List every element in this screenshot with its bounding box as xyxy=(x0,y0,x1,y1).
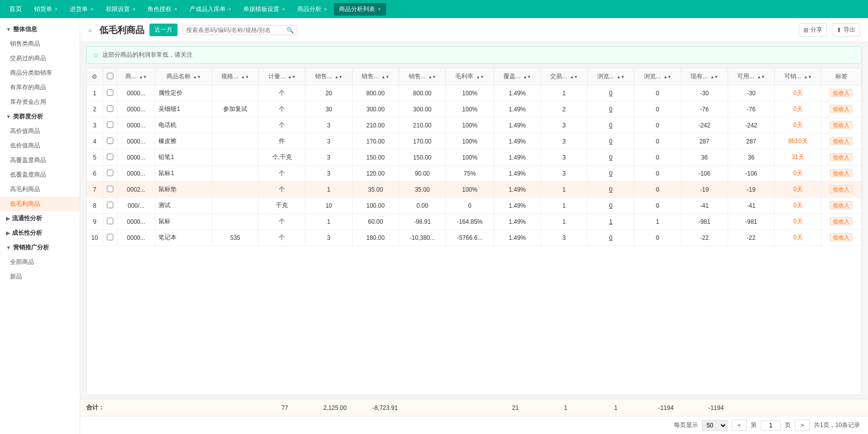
row-checkbox[interactable] xyxy=(107,234,113,240)
nav-product-analysis-list-close[interactable]: × xyxy=(378,6,381,12)
sidebar-collapse-btn[interactable]: « xyxy=(88,26,92,34)
cell-view1[interactable]: 0 xyxy=(587,85,634,101)
row-checkbox[interactable] xyxy=(107,170,113,176)
sort-sales-price[interactable]: ▲▼ xyxy=(382,75,390,79)
th-cover-rate[interactable]: 覆盖... ▲▼ xyxy=(494,68,541,85)
sidebar-item-all-products[interactable]: 全部商品 xyxy=(0,255,80,269)
th-gross-rate[interactable]: 毛利率 ▲▼ xyxy=(446,68,494,85)
export-button[interactable]: ⬆ 导出 xyxy=(832,23,860,37)
nav-home[interactable]: 首页 xyxy=(4,3,27,16)
sort-sales-qty[interactable]: ▲▼ xyxy=(334,75,342,79)
row-checkbox[interactable] xyxy=(107,89,113,96)
sort-trade-count[interactable]: ▲▼ xyxy=(570,75,578,79)
sort-available[interactable]: ▲▼ xyxy=(757,75,765,79)
sort-unit[interactable]: ▲▼ xyxy=(288,75,296,79)
sidebar-group-cluster[interactable]: ▼ 类群度分析 xyxy=(0,109,80,124)
select-all-checkbox[interactable] xyxy=(107,73,113,79)
sidebar-item-traded-products[interactable]: 交易过的商品 xyxy=(0,51,80,66)
th-sales-qty[interactable]: 销售... ▲▼ xyxy=(305,68,352,85)
th-sales-price[interactable]: 销售... ▲▼ xyxy=(352,68,399,85)
cell-view1[interactable]: 0 xyxy=(587,150,634,166)
nav-product-analysis-close[interactable]: × xyxy=(324,6,327,12)
row-checkbox[interactable] xyxy=(107,121,113,128)
nav-sales-order-close[interactable]: × xyxy=(55,6,58,12)
cell-view1[interactable]: 0 xyxy=(587,133,634,150)
sidebar-item-sales-products[interactable]: 销售类商品 xyxy=(0,37,80,51)
th-sales-profit[interactable]: 销售... ▲▼ xyxy=(399,68,446,85)
sidebar-item-low-value[interactable]: 低价值商品 xyxy=(0,138,80,153)
row-checkbox[interactable] xyxy=(107,154,113,160)
sidebar-item-low-margin[interactable]: 低毛利商品 xyxy=(0,197,80,211)
th-code[interactable]: 商... ▲▼ xyxy=(117,68,155,85)
sidebar-group-overall[interactable]: ▼ 整体信息 xyxy=(0,22,80,37)
nav-role-auth-close[interactable]: × xyxy=(174,6,177,12)
sort-current-stock[interactable]: ▲▼ xyxy=(710,75,718,79)
cell-view1[interactable]: 0 xyxy=(587,182,634,198)
sidebar-item-high-coverage[interactable]: 高覆盖度商品 xyxy=(0,153,80,168)
nav-template-settings[interactable]: 单据模板设置× xyxy=(238,3,290,16)
search-input[interactable] xyxy=(186,27,286,34)
sidebar-item-stocked-products[interactable]: 有库存的商品 xyxy=(0,80,80,95)
th-spec[interactable]: 规格... ▲▼ xyxy=(212,68,258,85)
sort-cover-rate[interactable]: ▲▼ xyxy=(523,75,531,79)
row-checkbox[interactable] xyxy=(107,137,113,144)
th-sellable[interactable]: 可销... ▲▼ xyxy=(775,68,821,85)
cell-view1[interactable]: 0 xyxy=(587,230,634,246)
nav-product-analysis-list[interactable]: 商品分析列表× xyxy=(334,3,386,16)
sort-spec[interactable]: ▲▼ xyxy=(241,75,249,79)
row-checkbox[interactable] xyxy=(107,105,113,112)
cell-view1[interactable]: 1 xyxy=(587,214,634,230)
th-unit[interactable]: 计量... ▲▼ xyxy=(259,68,305,85)
prev-page-button[interactable]: ＜ xyxy=(732,419,747,431)
cell-view1[interactable]: 0 xyxy=(587,117,634,133)
cell-trade-count: 2 xyxy=(541,101,587,117)
sidebar-item-high-value[interactable]: 高价值商品 xyxy=(0,124,80,138)
sidebar-group-circulation[interactable]: ▶ 流通性分析 xyxy=(0,211,80,226)
date-filter-button[interactable]: 近一月 xyxy=(149,24,178,36)
row-checkbox[interactable] xyxy=(107,218,113,224)
th-current-stock[interactable]: 现有... ▲▼ xyxy=(681,68,728,85)
nav-product-inbound-close[interactable]: × xyxy=(228,6,231,12)
sort-code[interactable]: ▲▼ xyxy=(139,75,147,79)
cell-view1[interactable]: 0 xyxy=(587,198,634,214)
nav-sales-order[interactable]: 销货单× xyxy=(29,3,63,16)
sidebar-item-high-margin[interactable]: 高毛利商品 xyxy=(0,182,80,197)
th-available[interactable]: 可用... ▲▼ xyxy=(728,68,774,85)
sort-sales-profit[interactable]: ▲▼ xyxy=(428,75,436,79)
nav-product-inbound[interactable]: 产成品入库单× xyxy=(185,3,236,16)
th-settings[interactable]: ⚙ xyxy=(87,68,103,85)
next-page-button[interactable]: ＞ xyxy=(795,419,810,431)
nav-purchase-order[interactable]: 进货单× xyxy=(65,3,98,16)
nav-permissions-close[interactable]: × xyxy=(132,6,135,12)
cell-checkbox xyxy=(103,182,117,198)
row-checkbox[interactable] xyxy=(107,202,113,208)
page-size-select[interactable]: 50 100 xyxy=(702,420,728,431)
th-view1[interactable]: 浏览... ▲▼ xyxy=(587,68,634,85)
cell-code: 0000... xyxy=(117,214,155,230)
nav-purchase-order-close[interactable]: × xyxy=(90,6,93,12)
table-row: 5 0000... 铅笔1 个,千克 3 150.00 150.00 100% … xyxy=(87,150,861,166)
sort-view2[interactable]: ▲▼ xyxy=(663,75,671,79)
cell-view1[interactable]: 0 xyxy=(587,101,634,117)
sidebar-item-stock-capital[interactable]: 库存资金占用 xyxy=(0,95,80,109)
page-number-input[interactable] xyxy=(761,420,781,430)
share-button[interactable]: ⊞ 分享 xyxy=(799,23,827,37)
th-name[interactable]: 商品名称 ▲▼ xyxy=(155,68,212,85)
nav-role-auth[interactable]: 角色授权× xyxy=(142,3,182,16)
sort-gross-rate[interactable]: ▲▼ xyxy=(476,75,484,79)
sort-view1[interactable]: ▲▼ xyxy=(617,75,625,79)
sidebar-group-marketing[interactable]: ▼ 营销推广分析 xyxy=(0,240,80,255)
th-view2[interactable]: 浏览... ▲▼ xyxy=(634,68,681,85)
th-trade-count[interactable]: 交易... ▲▼ xyxy=(541,68,587,85)
sort-name[interactable]: ▲▼ xyxy=(193,75,201,79)
sidebar-item-new-products[interactable]: 新品 xyxy=(0,269,80,284)
sidebar-group-growth[interactable]: ▶ 成长性分析 xyxy=(0,226,80,240)
row-checkbox[interactable] xyxy=(107,186,113,192)
cell-view1[interactable]: 0 xyxy=(587,166,634,182)
nav-permissions[interactable]: 权限设置× xyxy=(101,3,140,16)
sidebar-item-category-sales-rate[interactable]: 商品分类助销率 xyxy=(0,66,80,80)
sidebar-item-low-coverage[interactable]: 低覆盖度商品 xyxy=(0,168,80,182)
nav-product-analysis[interactable]: 商品分析× xyxy=(292,3,332,16)
sort-sellable[interactable]: ▲▼ xyxy=(804,75,812,79)
nav-template-settings-close[interactable]: × xyxy=(282,6,285,12)
